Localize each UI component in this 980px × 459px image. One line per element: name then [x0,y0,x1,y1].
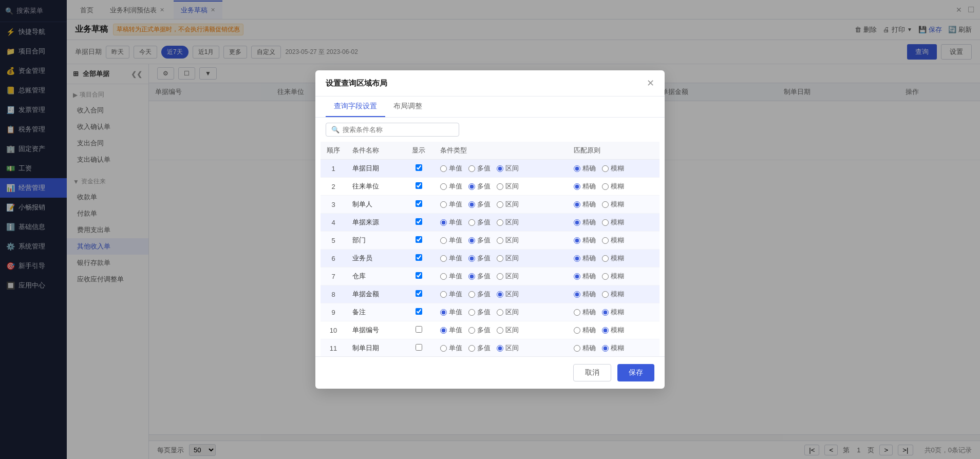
type-single-radio[interactable] [440,273,447,280]
type-multi-radio[interactable] [468,237,475,244]
show-checkbox[interactable] [416,326,422,333]
type-multi-option[interactable]: 多值 [468,308,491,317]
type-multi-radio[interactable] [468,201,475,208]
type-single-radio[interactable] [440,183,447,190]
type-range-option[interactable]: 区间 [497,326,519,335]
modal-tab-layout[interactable]: 布局调整 [385,97,430,117]
type-range-option[interactable]: 区间 [497,236,519,245]
type-range-option[interactable]: 区间 [497,290,519,299]
match-fuzzy-radio[interactable] [602,291,609,298]
match-exact-radio[interactable] [574,345,580,352]
type-range-option[interactable]: 区间 [497,308,519,317]
modal-tab-field-settings[interactable]: 查询字段设置 [326,97,385,117]
match-fuzzy-option[interactable]: 模糊 [602,290,624,299]
modal-close-btn[interactable]: ✕ [647,78,654,89]
type-multi-option[interactable]: 多值 [468,343,491,353]
match-exact-radio[interactable] [574,273,580,280]
match-fuzzy-option[interactable]: 模糊 [602,236,624,245]
match-exact-option[interactable]: 精确 [574,343,596,353]
show-checkbox[interactable] [416,290,422,297]
match-fuzzy-option[interactable]: 模糊 [602,308,624,317]
type-single-option[interactable]: 单值 [440,182,462,191]
type-multi-option[interactable]: 多值 [468,272,491,281]
type-range-radio[interactable] [497,345,503,352]
match-exact-radio[interactable] [574,309,580,316]
type-single-option[interactable]: 单值 [440,236,462,245]
type-single-radio[interactable] [440,165,447,172]
match-fuzzy-radio[interactable] [602,219,609,226]
save-button[interactable]: 保存 [617,364,654,381]
match-fuzzy-radio[interactable] [602,237,609,244]
modal-search-input-field[interactable] [343,126,454,133]
type-multi-radio[interactable] [468,327,475,334]
match-fuzzy-radio[interactable] [602,345,609,352]
type-single-option[interactable]: 单值 [440,326,462,335]
match-fuzzy-radio[interactable] [602,183,609,190]
type-single-radio[interactable] [440,237,447,244]
match-exact-radio[interactable] [574,291,580,298]
match-exact-radio[interactable] [574,183,580,190]
match-exact-radio[interactable] [574,219,580,226]
match-exact-option[interactable]: 精确 [574,200,596,209]
show-checkbox[interactable] [416,236,422,243]
type-range-option[interactable]: 区间 [497,254,519,263]
match-exact-option[interactable]: 精确 [574,164,596,173]
type-range-option[interactable]: 区间 [497,343,519,353]
type-range-radio[interactable] [497,255,503,262]
type-multi-option[interactable]: 多值 [468,236,491,245]
type-single-option[interactable]: 单值 [440,343,462,353]
type-multi-radio[interactable] [468,273,475,280]
type-range-radio[interactable] [497,183,503,190]
match-fuzzy-option[interactable]: 模糊 [602,254,624,263]
type-range-radio[interactable] [497,219,503,226]
show-checkbox[interactable] [416,182,422,189]
type-range-radio[interactable] [497,327,503,334]
match-exact-option[interactable]: 精确 [574,218,596,227]
match-fuzzy-radio[interactable] [602,327,609,334]
type-multi-radio[interactable] [468,309,475,316]
show-checkbox[interactable] [416,218,422,225]
type-single-option[interactable]: 单值 [440,254,462,263]
match-exact-radio[interactable] [574,201,580,208]
type-single-option[interactable]: 单值 [440,290,462,299]
type-multi-radio[interactable] [468,255,475,262]
type-range-radio[interactable] [497,273,503,280]
match-fuzzy-option[interactable]: 模糊 [602,182,624,191]
type-multi-radio[interactable] [468,165,475,172]
type-range-option[interactable]: 区间 [497,182,519,191]
match-exact-option[interactable]: 精确 [574,182,596,191]
cancel-button[interactable]: 取消 [573,364,611,381]
match-fuzzy-radio[interactable] [602,255,609,262]
match-fuzzy-radio[interactable] [602,201,609,208]
type-range-option[interactable]: 区间 [497,164,519,173]
match-exact-option[interactable]: 精确 [574,236,596,245]
type-multi-option[interactable]: 多值 [468,200,491,209]
type-single-option[interactable]: 单值 [440,164,462,173]
match-exact-radio[interactable] [574,327,580,334]
match-fuzzy-option[interactable]: 模糊 [602,218,624,227]
match-fuzzy-option[interactable]: 模糊 [602,164,624,173]
match-exact-option[interactable]: 精确 [574,254,596,263]
type-range-option[interactable]: 区间 [497,272,519,281]
match-exact-radio[interactable] [574,255,580,262]
match-exact-radio[interactable] [574,237,580,244]
type-single-radio[interactable] [440,345,447,352]
type-single-radio[interactable] [440,219,447,226]
match-exact-option[interactable]: 精确 [574,272,596,281]
type-range-radio[interactable] [497,237,503,244]
type-single-option[interactable]: 单值 [440,200,462,209]
type-single-radio[interactable] [440,255,447,262]
type-range-option[interactable]: 区间 [497,218,519,227]
show-checkbox[interactable] [416,272,422,279]
type-multi-option[interactable]: 多值 [468,254,491,263]
type-multi-option[interactable]: 多值 [468,164,491,173]
match-fuzzy-option[interactable]: 模糊 [602,272,624,281]
show-checkbox[interactable] [416,308,422,315]
match-exact-option[interactable]: 精确 [574,308,596,317]
match-exact-option[interactable]: 精确 [574,290,596,299]
type-range-radio[interactable] [497,309,503,316]
type-range-option[interactable]: 区间 [497,200,519,209]
type-multi-option[interactable]: 多值 [468,218,491,227]
type-range-radio[interactable] [497,165,503,172]
match-fuzzy-radio[interactable] [602,273,609,280]
